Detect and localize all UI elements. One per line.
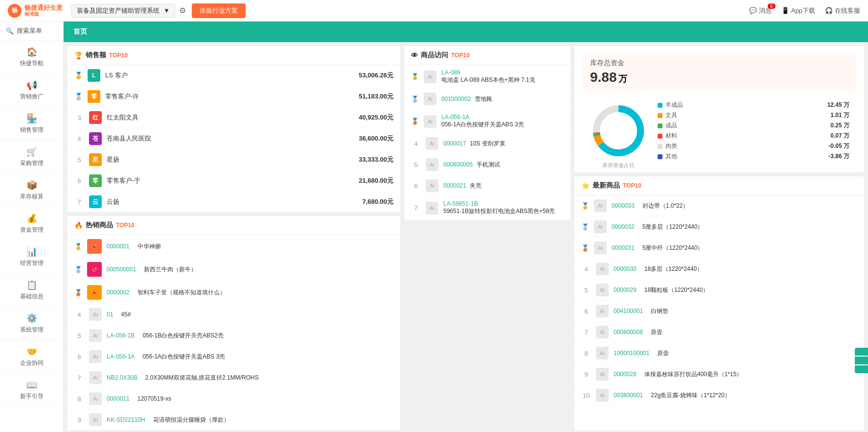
system-name: 装备及固定资产辅助管理系统 xyxy=(77,6,160,15)
legend-dot-3 xyxy=(658,134,662,139)
sidebar-item-operations[interactable]: 📊 经营管理 xyxy=(0,240,63,274)
avatar-7: 云 xyxy=(89,195,102,208)
new-rank-4: 4 xyxy=(581,265,591,273)
hot-product-row-7: 7 Ai NB2.0X30B 2.0X30MM双搓花轴,搓花直径2.1MM/RO… xyxy=(68,367,400,388)
new-product-row-10: 10 Ai 003800001 22g鱼豆腐-烧烤味（1*12*20） xyxy=(574,385,864,406)
legend-dot-1 xyxy=(658,113,662,118)
customer-row-1: 🥇 L LS 客户 53,006.26元 xyxy=(68,65,400,86)
star-icon: ⭐ xyxy=(581,182,590,190)
legend-item-3: 材料 0.07 万 xyxy=(658,132,849,140)
float-service-live[interactable]: 直播 xyxy=(855,365,868,373)
view-code-7: LA-59651-1B xyxy=(443,200,564,207)
sidebar-item-inventory[interactable]: 📦 库存核算 xyxy=(0,174,63,207)
new-name-3: 5厘中纤（1220*2440） xyxy=(642,244,704,252)
sidebar-item-sales[interactable]: 🏪 销售管理 xyxy=(0,107,63,141)
new-rank-9: 9 xyxy=(581,371,591,378)
app-download-item[interactable]: 📱 App下载 xyxy=(781,6,815,15)
sidebar-item-purchase[interactable]: 🛒 采购管理 xyxy=(0,141,63,174)
sidebar-item-guide[interactable]: 📖 新手引导 xyxy=(0,374,63,407)
new-placeholder-1: Ai xyxy=(594,199,607,212)
new-placeholder-3: Ai xyxy=(594,241,607,254)
sidebar-label-finance: 资金管理 xyxy=(20,226,44,234)
clipboard-icon: 📋 xyxy=(26,280,37,290)
customer-ranking-list: 🥇 L LS 客户 53,006.26元 🥈 零 零售客户-许 51,183.0… xyxy=(68,65,400,212)
new-medal-1-icon: 🥇 xyxy=(581,202,589,210)
trial-button[interactable]: 体验行业方案 xyxy=(192,3,246,18)
legend-item-0: 半成品 12.45 万 xyxy=(658,101,849,109)
sidebar-search[interactable]: 🔍 搜索菜单 xyxy=(0,22,63,41)
cart-icon: 🛒 xyxy=(26,146,37,157)
sidebar-item-cooperation[interactable]: 🤝 企业协同 xyxy=(0,340,63,374)
system-selector[interactable]: 装备及固定资产辅助管理系统 ▼ xyxy=(71,4,175,18)
rank-num-h9: 9 xyxy=(74,416,84,424)
new-name-9: 体辣嘉枚味苏打饮品400毫升（1*15） xyxy=(644,370,743,379)
view-row-3: 🥉 Ai LA-056-1A 056-1A白色按键开关盖ABS 3壳 xyxy=(404,110,571,133)
hot-product-code-6: LA-056-1A xyxy=(107,353,135,360)
inventory-legend: 半成品 12.45 万 文具 1.01 万 成品 0 xyxy=(658,101,849,161)
legend-value-3: 0.07 万 xyxy=(830,132,849,140)
float-service-community[interactable]: 服务社区 xyxy=(855,357,868,364)
inventory-card-title: 库存总资金 xyxy=(590,59,848,68)
handshake-icon: 🤝 xyxy=(26,346,37,357)
new-product-row-8: 8 Ai 10000100001 原壶 xyxy=(574,343,864,364)
settings-icon[interactable]: ⚙ xyxy=(179,6,186,15)
col-right: 库存总资金 9.88 万 xyxy=(574,46,864,431)
float-service-hotline[interactable]: 客服热线 xyxy=(855,348,868,356)
new-rank-7: 7 xyxy=(581,329,591,336)
customer-row-6: 6 零 零售客户-于 21,680.00元 xyxy=(68,170,400,192)
logo-icon: 畅 xyxy=(8,4,22,18)
legend-dot-0 xyxy=(658,103,662,108)
new-products-panel: ⭐ 最新商品 TOP10 🥇 Ai 0000033 封边带（1.0*22） 🥈 xyxy=(574,176,864,431)
logo-sub: 标准版 xyxy=(24,11,63,17)
hot-product-name-1: 中华神腑 xyxy=(137,242,393,251)
sidebar-label-purchase: 采购管理 xyxy=(20,159,44,168)
legend-label-5: 其他 xyxy=(665,152,825,161)
hot-product-row-8: 8 Ai 0000011 12070519-xs xyxy=(68,388,400,409)
customer-name-7: 云扬 xyxy=(107,197,357,206)
new-name-6: 白钢垫 xyxy=(651,307,668,315)
new-name-1: 封边带（1.0*22） xyxy=(642,202,689,210)
home-icon: 🏠 xyxy=(26,47,37,57)
hot-product-code-3: 0000002 xyxy=(107,289,130,296)
product-views-top10: TOP10 xyxy=(451,52,470,59)
customer-row-2: 🥈 零 零售客户-许 51,183.00元 xyxy=(68,86,400,107)
product-views-title: 商品访问 xyxy=(421,51,448,60)
view-row-5: 5 Ai 000800005 手机测试 xyxy=(404,154,571,175)
customer-row-5: 5 星 星扬 33,333.00元 xyxy=(68,149,400,170)
sidebar-item-marketing[interactable]: 📢 营销推广 xyxy=(0,74,63,107)
hot-product-code-4: 01 xyxy=(107,311,113,318)
new-placeholder-9: Ai xyxy=(596,368,609,381)
sidebar-item-finance[interactable]: 💰 资金管理 xyxy=(0,207,63,240)
legend-value-0: 12.45 万 xyxy=(827,101,849,109)
new-products-header: ⭐ 最新商品 TOP10 xyxy=(574,176,864,195)
logo-text-area: 畅捷通好生意 标准版 xyxy=(24,4,63,18)
customer-name-4: 苍南县人民医院 xyxy=(107,134,354,143)
rank-num-4: 4 xyxy=(74,135,84,143)
customer-name-5: 星扬 xyxy=(107,155,354,164)
view-name-6: 夹壳 xyxy=(470,182,481,189)
sidebar-label-inventory: 库存核算 xyxy=(20,192,44,201)
hot-product-placeholder-8: Ai xyxy=(89,392,102,405)
view-code-6: 0000021 xyxy=(443,182,466,189)
hot-product-placeholder-9: Ai xyxy=(89,413,102,426)
legend-dot-2 xyxy=(658,123,662,128)
online-service-item[interactable]: 🎧 在线客服 xyxy=(825,6,860,15)
view-placeholder-6: Ai xyxy=(426,179,438,192)
customer-name-3: 红太阳文具 xyxy=(107,113,354,122)
message-icon-item[interactable]: 💬 消息 6 xyxy=(749,6,772,15)
new-rank-10: 10 xyxy=(581,392,591,399)
gear-icon: ⚙️ xyxy=(26,313,37,324)
inventory-amount-row: 9.88 万 xyxy=(590,70,848,85)
sidebar-item-basic[interactable]: 📋 基础信息 xyxy=(0,274,63,307)
hot-product-code-5: LA-056-1B xyxy=(107,332,135,339)
legend-item-5: 其他 -3.86 万 xyxy=(658,152,849,161)
sidebar-label-system: 系统管理 xyxy=(20,326,44,334)
view-code-5: 000800005 xyxy=(443,161,473,168)
chevron-down-icon: ▼ xyxy=(163,7,170,14)
new-product-row-1: 🥇 Ai 0000033 封边带（1.0*22） xyxy=(574,195,864,216)
sidebar-item-quick-nav[interactable]: 🏠 快捷导航 xyxy=(0,41,63,74)
view-code-3: LA-056-1A xyxy=(441,114,564,120)
tab-home[interactable]: 首页 xyxy=(64,22,97,42)
customer-row-3: 3 红 红太阳文具 40,925.00元 xyxy=(68,107,400,128)
sidebar-item-system[interactable]: ⚙️ 系统管理 xyxy=(0,307,63,340)
